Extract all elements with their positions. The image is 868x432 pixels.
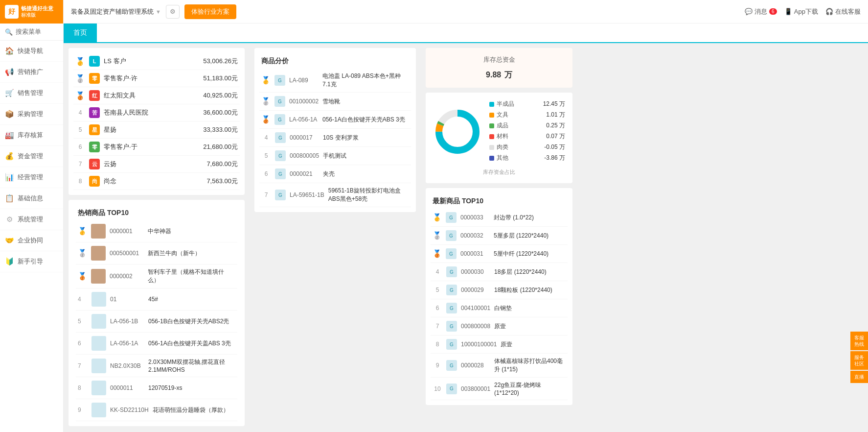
hot-product-row: 🥈 000500001 新西兰牛肉（新牛） xyxy=(76,242,237,264)
product-image-placeholder xyxy=(91,336,106,351)
product-image-placeholder xyxy=(91,381,106,395)
product-image xyxy=(91,246,106,261)
rank-number: 8 xyxy=(75,178,85,185)
new-product-row: 9 G 0000028 体械嘉核味苏打饮品400毫升 (1*15) xyxy=(431,354,568,378)
app-download-button[interactable]: 📱 App下载 xyxy=(784,7,818,16)
new-product-row: 8 G 10000100001 原壹 xyxy=(431,336,568,354)
right-panel: 库存总资金 9.88 万 xyxy=(421,43,577,432)
service-community-btn[interactable]: 服务社区 xyxy=(850,351,868,370)
donut-area: 半成品 12.45 万 文具 1.01 万 成品 0.25 万 材料 0.07 … xyxy=(433,100,565,165)
product-ranking-title: 商品分价 xyxy=(259,53,411,69)
legend-color xyxy=(489,156,494,161)
new-product-row: 🥉 G 0000031 5厘中纤 (1220*2440) xyxy=(431,245,568,263)
legend-name: 材料 xyxy=(497,132,508,141)
rank-number: 7 xyxy=(433,323,442,330)
customer-amount: 51,183.00元 xyxy=(203,74,238,83)
product-code: LA-089 xyxy=(289,77,319,84)
product-name: 2.0X30MM双摆花轴,摆花直径2.1MM/ROHS xyxy=(148,358,235,373)
medal-icon: 🥈 xyxy=(75,74,85,83)
customer-avatar: L xyxy=(89,56,100,67)
tab-home[interactable]: 首页 xyxy=(64,24,97,42)
search-menu[interactable]: 🔍 搜索菜单 xyxy=(0,24,63,41)
hot-product-row: 🥉 0000002 智利车子里（规格不知道填什么） xyxy=(76,264,237,288)
product-image-placeholder xyxy=(91,314,106,329)
rank-number: 10 xyxy=(433,385,442,392)
sidebar-item-system[interactable]: ⚙系统管理 xyxy=(0,209,63,230)
nav-label: 企业协同 xyxy=(18,236,43,245)
rank-number: 6 xyxy=(261,170,271,177)
product-image: G xyxy=(274,114,285,125)
sidebar-item-guide[interactable]: 🔰新手引导 xyxy=(0,251,63,272)
trial-button[interactable]: 体验行业方案 xyxy=(184,4,236,19)
nav-icon: 🛒 xyxy=(5,89,14,97)
product-name: 体械嘉核味苏打饮品400毫升 (1*15) xyxy=(494,357,566,374)
hot-product-row: 8 0000011 12070519-xs xyxy=(76,377,237,399)
new-product-row: 🥈 G 0000032 5厘多层 (1220*2440) xyxy=(431,227,568,245)
sidebar-item-inventory[interactable]: 🏭库存核算 xyxy=(0,125,63,146)
legend-item: 其他 -3.86 万 xyxy=(489,154,565,162)
content: 🥇 L LS 客户 53,006.26元 🥈 零 零售客户·许 51,183.0… xyxy=(64,43,868,432)
product-image: G xyxy=(274,96,285,107)
customer-amount: 7,563.00元 xyxy=(206,177,238,186)
product-name: 封边带 (1.0*22) xyxy=(494,214,566,222)
sidebar-item-purchase[interactable]: 📦采购管理 xyxy=(0,104,63,125)
product-image: G xyxy=(446,339,457,350)
customer-rank-row: 8 尚 尚念 7,563.00元 xyxy=(73,173,240,190)
customer-avatar: 云 xyxy=(89,159,100,169)
dropdown-arrow-icon: ▼ xyxy=(156,9,161,15)
legend-color xyxy=(489,102,494,107)
customer-rank-row: 7 云 云扬 7,680.00元 xyxy=(73,156,240,173)
legend-name: 文具 xyxy=(497,111,508,119)
customer-rank-row: 4 苦 苍南县人民医院 36,600.00元 xyxy=(73,104,240,121)
product-code: 10000100001 xyxy=(461,341,497,348)
product-name: 新西兰牛肉（新牛） xyxy=(148,249,235,258)
legend-item: 半成品 12.45 万 xyxy=(489,100,565,108)
sidebar-item-cooperation[interactable]: 🤝企业协同 xyxy=(0,230,63,251)
customer-avatar: 红 xyxy=(89,90,100,101)
product-name: 手机测试 xyxy=(323,152,409,160)
message-button[interactable]: 💬 消息 6 xyxy=(745,7,777,16)
medal-icon: 🥉 xyxy=(261,115,271,124)
logo-icon: 好 xyxy=(5,5,19,19)
product-code: LA-056-1B xyxy=(110,318,144,325)
product-rank-row: 4 G 0000017 10S 变利罗浆 xyxy=(259,129,411,147)
product-image: G xyxy=(446,360,457,371)
live-btn[interactable]: 直播 xyxy=(850,371,868,383)
product-rank-row: 6 G 0000021 夹壳 xyxy=(259,165,411,183)
product-rank-row: 🥉 G LA-056-1A 056-1A白色按键开关壳ABS 3壳 xyxy=(259,111,411,129)
rank-number: 8 xyxy=(433,341,442,348)
product-code: 0000032 xyxy=(460,232,490,239)
sidebar-item-operation[interactable]: 📊经营管理 xyxy=(0,167,63,188)
medal-icon: 🥉 xyxy=(433,249,442,258)
customer-service-btn[interactable]: 客服热线 xyxy=(850,332,868,350)
online-service-button[interactable]: 🎧 在线客服 xyxy=(825,7,861,16)
sidebar-item-basic-info[interactable]: 📋基础信息 xyxy=(0,188,63,209)
customer-name: LS 客户 xyxy=(104,57,199,66)
sidebar-item-finance[interactable]: 💰资金管理 xyxy=(0,146,63,167)
customer-rank-row: 6 零 零售客户·于 21,680.00元 xyxy=(73,139,240,156)
sidebar-item-quick-nav[interactable]: 🏠快捷导航 xyxy=(0,41,63,62)
legend-color xyxy=(489,123,494,128)
settings-button[interactable]: ⚙ xyxy=(166,5,180,19)
product-code: LA-056-1A xyxy=(110,340,144,347)
sidebar-item-sales[interactable]: 🛒销售管理 xyxy=(0,83,63,104)
rank-number: 5 xyxy=(78,318,88,325)
medal-icon: 🥈 xyxy=(433,231,442,240)
product-code: 0000001 xyxy=(110,228,144,235)
product-name: 电池盖 LA-089 ABS本色+黑种 7.1克 xyxy=(322,72,409,89)
topbar-right: 💬 消息 6 📱 App下载 🎧 在线客服 xyxy=(745,7,861,16)
rank-number: 4 xyxy=(78,296,88,303)
product-name: 45# xyxy=(148,296,235,303)
nav-icon: 📢 xyxy=(5,68,14,76)
rank-number: 6 xyxy=(75,144,85,150)
product-code: 0000031 xyxy=(460,250,490,257)
product-name: 花语萌恒温分题睡袋（厚款） xyxy=(153,406,235,414)
sidebar-item-marketing[interactable]: 📢营销推广 xyxy=(0,62,63,83)
product-ranking-card: 商品分价 🥇 G LA-089 电池盖 LA-089 ABS本色+黑种 7.1克… xyxy=(254,48,416,212)
medal-icon: 🥇 xyxy=(75,57,85,66)
product-code: KK-SD22110H xyxy=(110,407,149,413)
rank-number: 6 xyxy=(433,305,442,312)
system-selector[interactable]: 装备及固定资产辅助管理系统 ▼ xyxy=(71,7,161,16)
product-code: 000800008 xyxy=(461,323,490,330)
customer-rank-row: 🥉 红 红太阳文具 40,925.00元 xyxy=(73,87,240,104)
